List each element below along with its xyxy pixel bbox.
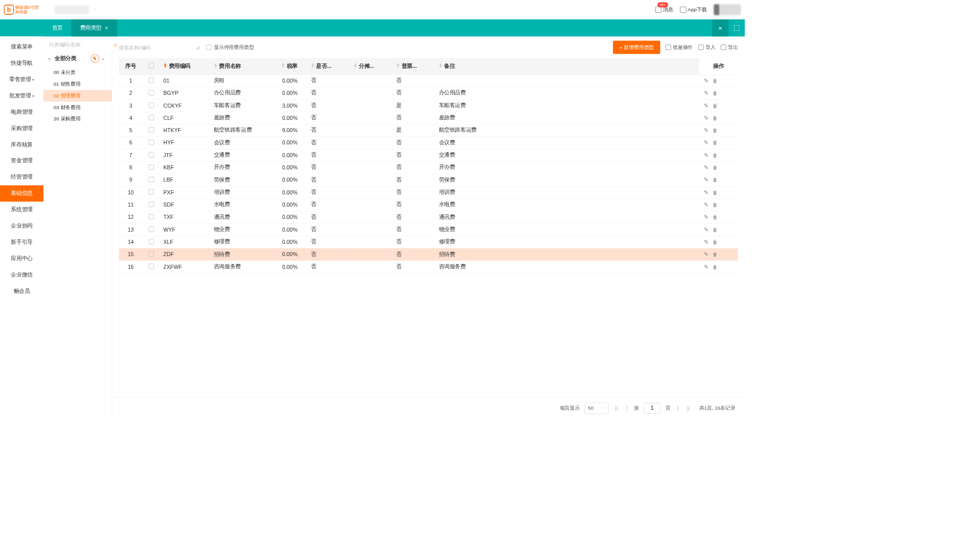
cell-checkbox[interactable] [142, 198, 160, 211]
category-item[interactable]: 02 管理费用 [43, 90, 112, 102]
cell-checkbox[interactable] [142, 261, 160, 273]
edit-category-button[interactable]: ✎ [91, 54, 100, 63]
page-input[interactable] [644, 403, 660, 413]
cell-checkbox[interactable] [142, 248, 160, 260]
tab-close-all-button[interactable]: ✕ [712, 19, 728, 36]
nav-item[interactable]: 资金管理 [0, 153, 43, 169]
cell-checkbox[interactable] [142, 173, 160, 186]
nav-item[interactable]: 库存核算 [0, 137, 43, 153]
org-selector[interactable]: ﹀ [54, 5, 97, 14]
delete-row-button[interactable] [713, 103, 718, 108]
cell-checkbox[interactable] [142, 236, 160, 248]
delete-row-button[interactable] [713, 78, 718, 83]
table-row[interactable]: 5HTKYF航空铁路客运费9.00%否是航空铁路客运费 [119, 124, 738, 136]
batch-action-button[interactable]: 批量操作 [666, 44, 693, 51]
search-icon[interactable]: ⌕ [197, 44, 201, 51]
delete-row-button[interactable] [713, 214, 718, 220]
category-item[interactable]: 03 财务费用 [43, 102, 112, 113]
delete-row-button[interactable] [713, 90, 718, 95]
table-row[interactable]: 9LBF劳保费0.00%否否劳保费 [119, 173, 738, 186]
last-page-button[interactable]: ⟩| [685, 405, 692, 411]
cell-checkbox[interactable] [142, 161, 160, 173]
edit-row-button[interactable] [704, 251, 709, 257]
edit-row-button[interactable] [704, 127, 709, 133]
delete-row-button[interactable] [713, 189, 718, 195]
col-b1[interactable]: ▲▼是否... [308, 58, 351, 74]
next-page-button[interactable]: ⟩ [675, 405, 680, 411]
nav-item[interactable]: 企业协同 [0, 218, 43, 234]
col-remark[interactable]: ▲▼备注 [435, 58, 699, 74]
table-row[interactable]: 6HYF会议费0.00%否否会议费 [119, 137, 738, 149]
edit-row-button[interactable] [704, 264, 709, 269]
edit-row-button[interactable] [704, 115, 709, 120]
nav-item[interactable]: 采购管理 [0, 120, 43, 137]
cell-checkbox[interactable] [142, 149, 160, 161]
prev-page-button[interactable]: ⟨ [624, 405, 629, 411]
col-index[interactable]: 序号 [119, 58, 142, 74]
category-search-input[interactable] [49, 42, 114, 47]
table-row[interactable]: 101房租0.00%否否 [119, 74, 738, 87]
edit-row-button[interactable] [704, 177, 709, 183]
per-page-select[interactable]: 50 ﹀ [584, 403, 608, 414]
col-rate[interactable]: ▲▼税率 [273, 58, 307, 74]
nav-item[interactable]: 新手引导 [0, 234, 43, 251]
cell-checkbox[interactable] [142, 87, 160, 99]
category-item[interactable]: 00 未分类 [43, 67, 112, 79]
search-input[interactable] [119, 44, 197, 50]
table-row[interactable]: 3CCKYF车船客运费3.00%否是车船客运费 [119, 99, 738, 112]
table-row[interactable]: 10PXF培训费0.00%否否培训费 [119, 186, 738, 198]
table-row[interactable]: 7JTF交通费0.00%否否交通费 [119, 149, 738, 161]
table-row[interactable]: 15ZDF招待费0.00%否否招待费 [119, 248, 738, 260]
table-row[interactable]: 2BGYP办公用品费0.00%否否办公用品费 [119, 87, 738, 99]
table-row[interactable]: 12TXF通讯费0.00%否否通讯费 [119, 211, 738, 223]
edit-row-button[interactable] [704, 227, 709, 232]
tab-home[interactable]: 首页 [43, 19, 71, 36]
cell-checkbox[interactable] [142, 99, 160, 112]
nav-item[interactable]: 应用中心 [0, 251, 43, 267]
user-avatar[interactable] [714, 4, 741, 15]
delete-row-button[interactable] [713, 127, 718, 133]
edit-row-button[interactable] [704, 140, 709, 145]
nav-item[interactable]: 基础信息 [0, 185, 43, 202]
nav-item[interactable]: 快捷导航 [0, 55, 43, 71]
edit-row-button[interactable] [704, 152, 709, 158]
category-all-label[interactable]: 全部分类 [55, 55, 77, 62]
edit-row-button[interactable] [704, 189, 709, 195]
table-row[interactable]: 13WYF物业费0.00%否否物业费 [119, 223, 738, 236]
delete-row-button[interactable] [713, 140, 718, 145]
delete-row-button[interactable] [713, 202, 718, 207]
edit-row-button[interactable] [704, 164, 709, 170]
export-button[interactable]: 导出 [721, 44, 738, 51]
nav-item[interactable]: 经营管理 [0, 169, 43, 185]
nav-item[interactable]: 系统管理 [0, 202, 43, 218]
delete-row-button[interactable] [713, 115, 718, 120]
table-row[interactable]: 14XLF修理费0.00%否否修理费 [119, 236, 738, 248]
nav-item[interactable]: 零售管理▾ [0, 71, 43, 88]
messages-button[interactable]: 消息 99+ [655, 6, 673, 13]
cell-checkbox[interactable] [142, 186, 160, 198]
table-row[interactable]: 8KBF开办费0.00%否否开办费 [119, 161, 738, 173]
table-row[interactable]: 4CLF差旅费0.00%否否差旅费 [119, 112, 738, 124]
cell-checkbox[interactable] [142, 74, 160, 87]
col-b2[interactable]: ▲▼分摊... [350, 58, 393, 74]
delete-row-button[interactable] [713, 251, 718, 257]
col-b3[interactable]: ▲▼普票... [393, 58, 436, 74]
edit-row-button[interactable] [704, 214, 709, 220]
cell-checkbox[interactable] [142, 124, 160, 136]
fullscreen-button[interactable] [728, 19, 745, 36]
nav-item[interactable]: 电商管理 [0, 104, 43, 120]
table-row[interactable]: 11SDF水电费0.00%否否水电费 [119, 198, 738, 211]
show-disabled-checkbox[interactable]: 显示停用费用类型 [206, 44, 254, 51]
nav-item[interactable]: 搜索菜单 [0, 39, 43, 55]
delete-row-button[interactable] [713, 152, 718, 158]
edit-row-button[interactable] [704, 90, 709, 95]
col-checkbox[interactable] [142, 58, 160, 74]
table-row[interactable]: 16ZXFWF咨询服务费0.00%否否咨询服务费 [119, 261, 738, 273]
delete-row-button[interactable] [713, 264, 718, 269]
edit-row-button[interactable] [704, 239, 709, 244]
delete-row-button[interactable] [713, 227, 718, 232]
nav-item[interactable]: 批发管理▾ [0, 88, 43, 104]
cell-checkbox[interactable] [142, 223, 160, 236]
category-item[interactable]: 01 销售费用 [43, 79, 112, 90]
app-download-button[interactable]: App下载 [680, 6, 707, 13]
